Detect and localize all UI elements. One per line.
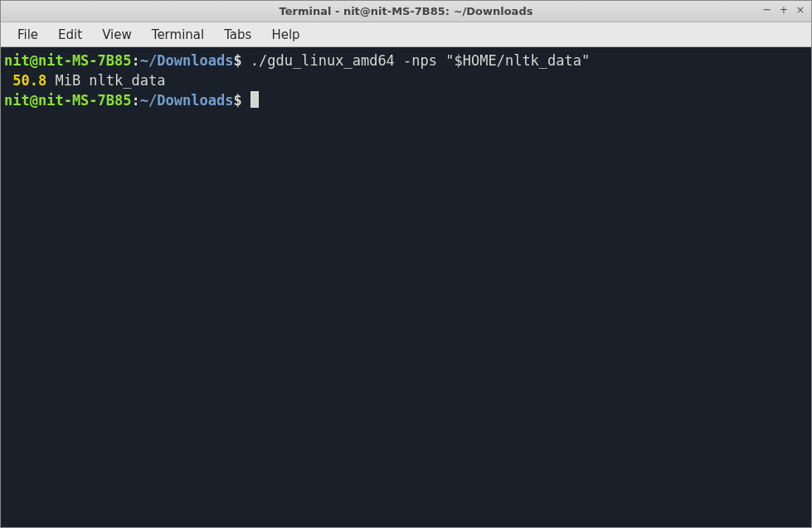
prompt-path: ~/Downloads xyxy=(140,92,234,109)
menu-help[interactable]: Help xyxy=(261,24,309,46)
output-size: 50.8 xyxy=(4,72,46,89)
prompt-user-host: nit@nit-MS-7B85 xyxy=(4,92,132,109)
command-text: ./gdu_linux_amd64 -nps "$HOME/nltk_data" xyxy=(242,52,591,69)
prompt-dollar: $ xyxy=(233,52,241,69)
prompt-after xyxy=(242,92,250,109)
menu-file[interactable]: File xyxy=(7,24,48,46)
menu-tabs[interactable]: Tabs xyxy=(214,24,261,46)
menubar: File Edit View Terminal Tabs Help xyxy=(1,22,811,47)
titlebar[interactable]: Terminal - nit@nit-MS-7B85: ~/Downloads … xyxy=(1,1,811,22)
terminal-window: Terminal - nit@nit-MS-7B85: ~/Downloads … xyxy=(0,0,812,528)
prompt-user-host: nit@nit-MS-7B85 xyxy=(4,52,132,69)
prompt-colon: : xyxy=(132,52,140,69)
prompt-colon: : xyxy=(132,92,140,109)
maximize-button[interactable]: + xyxy=(778,3,790,15)
window-title: Terminal - nit@nit-MS-7B85: ~/Downloads xyxy=(280,5,533,17)
terminal-line-3: nit@nit-MS-7B85:~/Downloads$ xyxy=(4,90,808,110)
close-button[interactable]: × xyxy=(795,3,806,15)
terminal-content[interactable]: nit@nit-MS-7B85:~/Downloads$ ./gdu_linux… xyxy=(1,47,811,527)
prompt-dollar: $ xyxy=(233,92,241,109)
prompt-path: ~/Downloads xyxy=(140,52,234,69)
cursor-icon xyxy=(250,91,259,108)
menu-terminal[interactable]: Terminal xyxy=(142,24,214,46)
terminal-line-2: 50.8 MiB nltk_data xyxy=(4,70,808,90)
menu-edit[interactable]: Edit xyxy=(48,24,92,46)
output-text: MiB nltk_data xyxy=(46,72,165,89)
window-controls: − + × xyxy=(761,3,806,15)
terminal-line-1: nit@nit-MS-7B85:~/Downloads$ ./gdu_linux… xyxy=(4,51,808,70)
menu-view[interactable]: View xyxy=(92,24,142,46)
minimize-button[interactable]: − xyxy=(761,3,773,15)
